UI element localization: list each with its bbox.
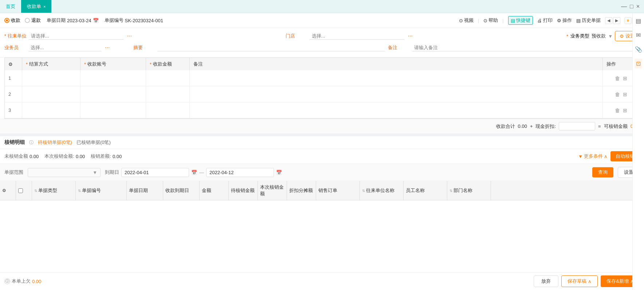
sidebar-frame-icon[interactable]: ⊡ xyxy=(635,59,642,68)
footer-label: 本单上欠 xyxy=(12,278,31,285)
cash-discount-input[interactable] xyxy=(559,122,595,130)
summary-input[interactable] xyxy=(157,44,385,51)
row-1-settlement[interactable] xyxy=(22,70,80,86)
business-type-dropdown[interactable]: ▼ xyxy=(608,34,613,39)
current-tab-label: 收款单 xyxy=(27,3,41,10)
tab-close-icon[interactable]: × xyxy=(43,4,46,9)
amount-col-label: 金额 xyxy=(202,187,211,194)
row-3-num: 3 xyxy=(5,102,22,118)
more-conditions-button[interactable]: ▼ 更多条件 ∧ xyxy=(578,153,608,160)
doc-num-label: 单据编号 xyxy=(82,187,101,194)
done-badge[interactable]: 已核销单据(0笔) xyxy=(76,139,111,146)
query-button[interactable]: 查询 xyxy=(592,167,613,177)
tab-home[interactable]: 首页 xyxy=(0,0,21,13)
section-divider xyxy=(0,133,644,136)
dept-name-label: 部门名称 xyxy=(453,187,472,194)
row-2-remark[interactable] xyxy=(190,86,603,102)
row-1-amount[interactable] xyxy=(146,70,190,86)
row-1-copy-icon[interactable]: ⊞ xyxy=(623,75,627,81)
video-button[interactable]: ⊙ 视频 xyxy=(459,17,474,24)
row-3-amount[interactable] xyxy=(146,102,190,118)
bth-doc-num: ⇅ 单据编号 xyxy=(76,181,127,200)
th-gear[interactable]: ⚙ xyxy=(5,58,22,70)
staff-group: 业务员 ··· xyxy=(4,44,130,51)
refund-label: 退款 xyxy=(31,17,41,24)
pending-badge[interactable]: 待核销单据(0笔) xyxy=(38,139,72,146)
row-3-remark[interactable] xyxy=(190,102,603,118)
calendar-to-icon[interactable]: 📅 xyxy=(276,170,282,175)
history-button[interactable]: ▤ 历史单据 xyxy=(576,17,601,24)
sidebar-email-icon[interactable]: ✉ xyxy=(635,30,642,40)
business-type-req: * xyxy=(566,34,568,39)
unit-group: 往来单位 ··· xyxy=(4,32,283,40)
nav-prev[interactable]: ◀ xyxy=(605,17,612,24)
info-icon[interactable]: ⓘ xyxy=(29,140,34,146)
sort-icon: ⇅ xyxy=(362,189,365,193)
row-3-copy-icon[interactable]: ⊞ xyxy=(623,107,627,113)
row-2-account[interactable] xyxy=(80,86,146,102)
bth-sales-order: 销售订单 xyxy=(316,181,360,200)
staff-input[interactable] xyxy=(28,44,101,51)
store-more-icon[interactable]: ··· xyxy=(407,33,414,39)
close-button[interactable]: × xyxy=(636,3,640,10)
list-view-icon[interactable]: ≡ xyxy=(625,17,631,24)
summary-row: 收款合计 0.00 + 现金折扣: = 可核销金额 0.00 xyxy=(0,119,644,133)
date-to-input[interactable] xyxy=(206,168,274,177)
maximize-button[interactable]: □ xyxy=(630,3,633,10)
receipt-radio-dot xyxy=(4,18,9,23)
print-label: 打印 xyxy=(543,17,553,24)
number-label: 单据编号 xyxy=(105,17,123,24)
row-2-num: 2 xyxy=(5,86,22,102)
row-3-settlement[interactable] xyxy=(22,102,80,118)
row-3-delete-icon[interactable]: 🗑 xyxy=(615,107,620,113)
shortcut-button[interactable]: ▤ 快捷键 xyxy=(508,16,533,25)
unit-input[interactable] xyxy=(29,32,123,40)
nuclear-title: 核销明细 xyxy=(4,139,25,146)
bth-gear[interactable]: ⚙ xyxy=(0,181,16,200)
row-1-delete-icon[interactable]: 🗑 xyxy=(615,75,620,81)
shortcut-label: 快捷键 xyxy=(516,17,530,24)
remark-input[interactable] xyxy=(412,44,640,51)
row-2-copy-icon[interactable]: ⊞ xyxy=(623,91,627,97)
sidebar-clip-icon[interactable]: 📎 xyxy=(633,44,644,54)
collection-value: 0.00 xyxy=(518,124,527,129)
store-input[interactable] xyxy=(310,32,404,40)
row-2-delete-icon[interactable]: 🗑 xyxy=(615,91,620,97)
account-label: 收款账号 xyxy=(87,61,106,67)
diff-label: 核销差额: xyxy=(91,153,111,160)
table-row: 2 🗑 ⊞ xyxy=(5,86,639,102)
operation-button[interactable]: ⚙ 操作 xyxy=(557,17,572,24)
row-1-account[interactable] xyxy=(80,70,146,86)
amount-label: 收款金额 xyxy=(153,61,172,67)
row-2-amount[interactable] xyxy=(146,86,190,102)
range-select[interactable]: ▼ xyxy=(28,168,101,177)
unit-more-icon[interactable]: ··· xyxy=(126,33,133,39)
minimize-button[interactable]: — xyxy=(621,3,627,10)
bth-checkbox[interactable] xyxy=(16,181,32,200)
receipt-label: 收款 xyxy=(11,17,20,24)
sales-order-label: 销售订单 xyxy=(318,187,337,194)
help-button[interactable]: ⊙ 帮助 xyxy=(483,17,498,24)
this-cancel-label: 本次核销金额: xyxy=(44,153,74,160)
date-from-input[interactable] xyxy=(121,168,189,177)
staff-more-icon[interactable]: ··· xyxy=(103,44,111,51)
tab-current[interactable]: 收款单 × xyxy=(21,0,51,13)
remark-col-label: 备注 xyxy=(193,61,203,67)
table-row: 1 🗑 ⊞ xyxy=(5,70,639,86)
row-3-account[interactable] xyxy=(80,102,146,118)
calendar-icon[interactable]: 📅 xyxy=(93,18,99,23)
nav-next[interactable]: ▶ xyxy=(613,17,620,24)
calendar-from-icon[interactable]: 📅 xyxy=(191,170,197,175)
sidebar-table-icon[interactable]: ▤ xyxy=(634,16,643,26)
refund-radio[interactable]: 退款 xyxy=(25,17,41,24)
receipt-radio[interactable]: 收款 xyxy=(4,17,20,24)
print-button[interactable]: 🖨 打印 xyxy=(537,17,553,24)
available-label: 可核销金额 xyxy=(604,123,628,130)
row-2-settlement[interactable] xyxy=(22,86,80,102)
select-all-checkbox[interactable] xyxy=(18,188,23,193)
row-1-remark[interactable] xyxy=(190,70,603,86)
discard-button[interactable]: 放弃 xyxy=(534,275,558,287)
bth-unit-name: ⇅ 往来单位名称 xyxy=(360,181,404,200)
help-icon: ⊙ xyxy=(483,18,487,23)
save-draft-button[interactable]: 保存草稿 ∧ xyxy=(561,275,598,287)
